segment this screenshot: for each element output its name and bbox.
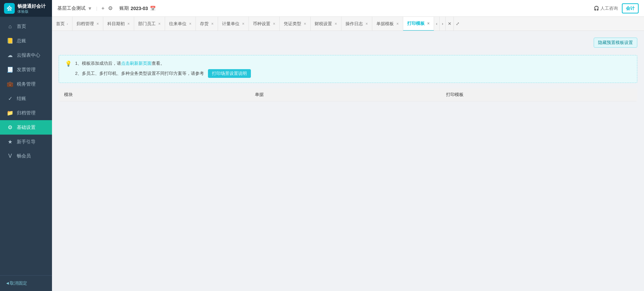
guide-icon: ★ <box>7 139 13 145</box>
tab-close-units[interactable]: × <box>242 21 245 26</box>
support-label: 人工咨询 <box>600 5 618 11</box>
table-header-document: 单据 <box>250 88 440 101</box>
tab-close-currency[interactable]: × <box>273 21 275 26</box>
sidebar-item-archive[interactable]: 📁 归档管理 <box>0 106 52 120</box>
hide-preview-button[interactable]: 隐藏预置模板设置 <box>594 38 637 48</box>
sidebar-label-archive: 归档管理 <box>17 110 36 116</box>
tab-label-archive: 归档管理 <box>76 21 94 27</box>
tab-close-contacts[interactable]: × <box>189 21 192 26</box>
tab-close-department[interactable]: × <box>158 21 161 26</box>
tab-label-currency: 币种设置 <box>253 21 270 27</box>
tab-operation-log[interactable]: 操作日志 × <box>341 17 372 31</box>
info-line2-prefix: 2、多员工、多打印机、多种业务类型设置不同打印方案等，请参考 <box>75 71 204 76</box>
sidebar-label-ledger: 总账 <box>17 38 26 44</box>
sidebar-item-guide[interactable]: ★ 新手引导 <box>0 135 52 149</box>
table-header-template: 打印模板 <box>441 88 638 101</box>
tab-voucher-type[interactable]: 凭证类型 × <box>280 17 311 31</box>
tab-tax-settings[interactable]: 财税设置 × <box>311 17 341 31</box>
invoice-icon: 🧾 <box>7 66 13 73</box>
tab-close-document-template[interactable]: × <box>396 21 399 26</box>
content-area: 隐藏预置模板设置 💡 1、模板添加成功后，请点击刷新新页面查看。 💡 2、多员工… <box>52 31 644 291</box>
tab-close-voucher-type[interactable]: × <box>304 21 306 26</box>
tab-label-subject-init: 科目期初 <box>107 21 125 27</box>
info-text-2: 2、多员工、多打印机、多种业务类型设置不同打印方案等，请参考 打印场景设置说明 <box>75 69 251 78</box>
tab-subject-init[interactable]: 科目期初 × <box>103 17 134 31</box>
topbar-actions: + ⚙ <box>101 5 112 11</box>
tab-fullscreen[interactable]: ⤢ <box>454 17 462 31</box>
sidebar-footer-unpin[interactable]: ◄取消固定 <box>0 275 52 291</box>
cloud-icon: ☁ <box>7 52 13 58</box>
home-icon: ⌂ <box>7 23 13 30</box>
tab-inventory[interactable]: 存货 × <box>196 17 218 31</box>
tab-label-operation-log: 操作日志 <box>345 21 363 27</box>
sidebar-item-tax[interactable]: 💼 税务管理 <box>0 77 52 91</box>
explain-button[interactable]: 打印场景设置说明 <box>208 69 251 78</box>
sidebar-item-home[interactable]: ⌂ 首页 <box>0 19 52 34</box>
tab-contacts[interactable]: 往来单位 × <box>165 17 196 31</box>
support-button[interactable]: 🎧 人工咨询 <box>594 5 618 11</box>
tab-nav-prev[interactable]: ‹ <box>434 17 440 31</box>
tab-label-tax-settings: 财税设置 <box>315 21 332 27</box>
tab-close-inventory[interactable]: × <box>211 21 214 26</box>
main-area: 基层工会测试 ▼ | + ⚙ 账期 2023-03 📅 🎧 人工咨询 会计 首页… <box>52 0 644 291</box>
ledger-icon: 📒 <box>7 38 13 44</box>
tab-back-icon: ‹ <box>67 22 68 26</box>
app-logo-icon: 会 <box>4 3 15 14</box>
sidebar-label-guide: 新手引导 <box>17 139 36 145</box>
refresh-link[interactable]: 点击刷新新页面 <box>121 61 152 66</box>
sidebar-item-reports[interactable]: ☁ 云报表中心 <box>0 48 52 62</box>
tab-print-template[interactable]: 打印模板 × <box>403 17 434 31</box>
topbar-gear-button[interactable]: ⚙ <box>108 5 113 11</box>
close-period-icon: ✓ <box>7 95 13 102</box>
tab-department[interactable]: 部门员工 × <box>134 17 165 31</box>
headset-icon: 🎧 <box>594 6 599 11</box>
company-selector[interactable]: 基层工会测试 ▼ <box>57 5 92 11</box>
tab-units[interactable]: 计量单位 × <box>218 17 249 31</box>
settings-icon: ⚙ <box>7 124 13 131</box>
tab-close-subject-init[interactable]: × <box>127 21 130 26</box>
company-name: 基层工会测试 <box>57 5 86 11</box>
tab-close-operation-log[interactable]: × <box>366 21 368 26</box>
sidebar-item-close[interactable]: ✓ 结账 <box>0 91 52 106</box>
tab-close-all[interactable]: ✕ <box>446 17 454 31</box>
sidebar-item-ledger[interactable]: 📒 总账 <box>0 34 52 48</box>
tab-currency[interactable]: 币种设置 × <box>249 17 280 31</box>
bulb-icon: 💡 <box>65 60 72 67</box>
info-row-1: 💡 1、模板添加成功后，请点击刷新新页面查看。 <box>65 60 631 67</box>
sidebar-label-tax: 税务管理 <box>17 81 36 87</box>
tab-label-units: 计量单位 <box>222 21 239 27</box>
sidebar: 会 畅捷通好会计 体验版 ⌂ 首页 📒 总账 ☁ 云报表中心 🧾 发票管理 💼 … <box>0 0 52 291</box>
info-box: 💡 1、模板添加成功后，请点击刷新新页面查看。 💡 2、多员工、多打印机、多种业… <box>59 55 637 83</box>
sidebar-label-close: 结账 <box>17 96 26 102</box>
accounting-button[interactable]: 会计 <box>622 3 639 13</box>
tab-label-inventory: 存货 <box>200 21 209 27</box>
sidebar-nav: ⌂ 首页 📒 总账 ☁ 云报表中心 🧾 发票管理 💼 税务管理 ✓ 结账 📁 归… <box>0 17 52 275</box>
info-text-1: 1、模板添加成功后，请点击刷新新页面查看。 <box>75 60 165 67</box>
app-logo-text: 畅捷通好会计 体验版 <box>17 3 46 14</box>
period-display: 账期 2023-03 📅 <box>119 5 156 11</box>
tab-document-template[interactable]: 单据模板 × <box>372 17 403 31</box>
tab-archive[interactable]: 归档管理 × <box>72 17 103 31</box>
info-row-2: 💡 2、多员工、多打印机、多种业务类型设置不同打印方案等，请参考 打印场景设置说… <box>65 69 631 78</box>
tab-close-archive[interactable]: × <box>97 21 99 26</box>
tab-close-tax-settings[interactable]: × <box>335 21 337 26</box>
topbar-right: 🎧 人工咨询 会计 <box>594 3 639 13</box>
tab-nav-next[interactable]: › <box>440 17 445 31</box>
sidebar-item-member[interactable]: V 畅会员 <box>0 149 52 163</box>
table-header-module: 模块 <box>59 88 250 101</box>
sidebar-label-settings: 基础设置 <box>17 125 36 131</box>
app-subtitle: 体验版 <box>17 9 46 14</box>
sidebar-item-invoice[interactable]: 🧾 发票管理 <box>0 62 52 77</box>
add-tab-button[interactable]: + <box>101 5 104 11</box>
info-line1-suffix: 查看。 <box>152 61 165 66</box>
sidebar-label-reports: 云报表中心 <box>17 52 40 58</box>
tab-label-document-template: 单据模板 <box>376 21 394 27</box>
sidebar-item-settings[interactable]: ⚙ 基础设置 <box>0 120 52 135</box>
member-icon: V <box>7 153 13 159</box>
calendar-icon[interactable]: 📅 <box>150 6 156 11</box>
tab-close-print-template[interactable]: × <box>427 21 430 26</box>
tab-home[interactable]: 首页 ‹ <box>52 17 72 31</box>
tab-label-home: 首页 <box>56 21 65 27</box>
chevron-down-icon: ▼ <box>88 6 92 11</box>
period-label: 账期 <box>119 5 129 11</box>
